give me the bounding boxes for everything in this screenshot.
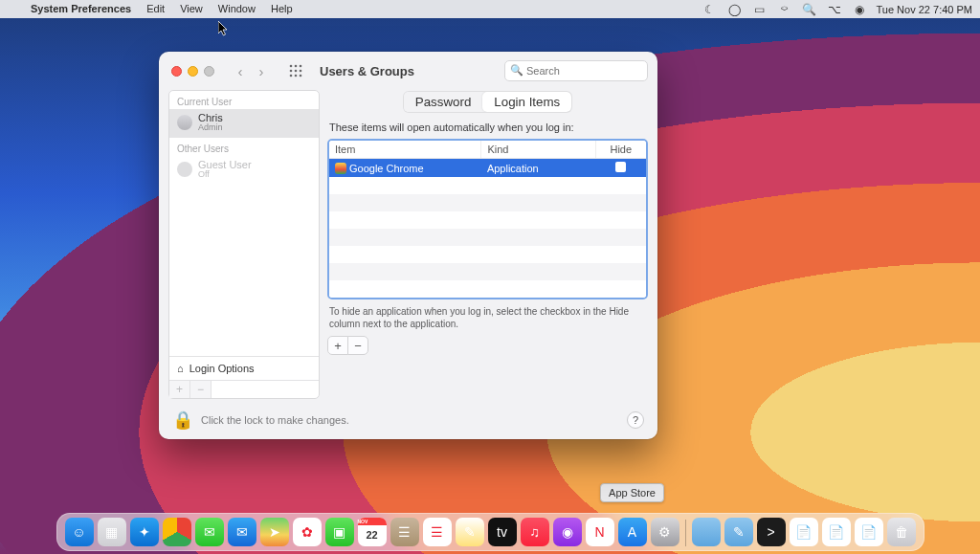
svg-point-6 [290, 75, 293, 78]
house-icon: ⌂ [177, 363, 184, 374]
forward-button[interactable]: › [251, 60, 272, 81]
preferences-window: ‹ › Users & Groups 🔍 Current User Chris … [159, 52, 657, 439]
app-menu[interactable]: System Preferences [23, 0, 139, 18]
dock-folder2[interactable]: ✎ [724, 518, 753, 546]
close-button[interactable] [171, 66, 182, 77]
dock-facetime[interactable]: ▣ [325, 518, 354, 546]
menu-edit[interactable]: Edit [139, 0, 172, 18]
menu-view[interactable]: View [172, 0, 211, 18]
search-input[interactable] [504, 60, 648, 81]
minimize-button[interactable] [188, 66, 198, 77]
avatar-icon [177, 162, 192, 177]
dock-launchpad[interactable]: ▦ [98, 518, 126, 546]
svg-point-1 [295, 65, 298, 68]
dock-trash[interactable]: 🗑 [887, 518, 916, 546]
dock-folder1[interactable] [692, 518, 721, 546]
dock-news[interactable]: N [586, 518, 614, 546]
dock-podcasts[interactable]: ◉ [553, 518, 582, 546]
dock-messages[interactable]: ✉ [195, 518, 224, 546]
svg-point-3 [290, 70, 293, 73]
menubar: System Preferences Edit View Window Help… [0, 0, 980, 18]
menu-window[interactable]: Window [211, 0, 263, 18]
item-name: Google Chrome [349, 163, 424, 174]
user-icon[interactable]: ◯ [727, 2, 743, 17]
window-title: Users & Groups [320, 64, 414, 78]
tab-segmented-control: Password Login Items [404, 92, 571, 112]
do-not-disturb-icon[interactable]: ☾ [702, 2, 718, 17]
spotlight-icon[interactable]: 🔍 [802, 2, 817, 17]
users-sidebar: Current User Chris Admin Other Users Gue… [168, 90, 320, 399]
svg-point-2 [300, 65, 302, 68]
dock-doc1[interactable]: 📄 [790, 518, 818, 546]
login-items-description: These items will open automatically when… [329, 122, 646, 133]
control-center-icon[interactable]: ⌥ [827, 2, 842, 17]
window-titlebar[interactable]: ‹ › Users & Groups 🔍 [159, 52, 657, 90]
avatar-icon [177, 115, 192, 130]
login-options[interactable]: ⌂ Login Options [169, 356, 319, 380]
item-kind: Application [481, 159, 595, 178]
dock-contacts[interactable]: ☰ [390, 518, 419, 546]
dock-mail[interactable]: ✉ [228, 518, 256, 546]
show-all-button[interactable] [285, 60, 306, 81]
svg-point-0 [290, 65, 293, 68]
help-button[interactable]: ? [627, 411, 644, 429]
svg-point-5 [300, 70, 302, 73]
user-role: Admin [198, 123, 223, 133]
dock-preferences[interactable]: ⚙ [651, 518, 679, 546]
wifi-icon[interactable]: ⌔ [777, 2, 792, 17]
dock: ☺▦✦✉✉➤✿▣NOV22☰☰✎tv♫◉NAApp Store⚙✎>📄📄📄🗑 [56, 513, 924, 551]
add-user-button[interactable]: + [169, 381, 190, 398]
tab-password[interactable]: Password [404, 92, 483, 112]
add-item-button[interactable]: + [327, 336, 348, 355]
dock-tv[interactable]: tv [488, 518, 517, 546]
search-icon: 🔍 [510, 64, 523, 77]
dock-notes[interactable]: ✎ [456, 518, 484, 546]
dock-doc3[interactable]: 📄 [855, 518, 883, 546]
hide-hint: To hide an application when you log in, … [329, 305, 646, 330]
remove-user-button[interactable]: − [190, 381, 212, 398]
zoom-button[interactable] [204, 66, 214, 77]
current-user-label: Current User [169, 91, 319, 109]
dock-separator [685, 520, 686, 546]
dock-terminal[interactable]: > [757, 518, 786, 546]
lock-text: Click the lock to make changes. [201, 414, 349, 426]
tab-login-items[interactable]: Login Items [482, 92, 571, 112]
traffic-lights [168, 66, 214, 77]
col-hide[interactable]: Hide [595, 141, 646, 159]
dock-appstore[interactable]: AApp Store [618, 518, 647, 546]
dock-music[interactable]: ♫ [521, 518, 549, 546]
login-options-label: Login Options [189, 363, 255, 374]
svg-point-8 [300, 75, 302, 78]
lock-icon[interactable]: 🔒 [172, 410, 193, 431]
login-items-table[interactable]: Item Kind Hide Google Chrome Application [327, 139, 648, 299]
hide-checkbox[interactable] [615, 162, 626, 172]
dock-finder[interactable]: ☺ [65, 518, 94, 546]
svg-point-7 [295, 75, 298, 78]
back-button[interactable]: ‹ [230, 60, 251, 81]
menu-help[interactable]: Help [263, 0, 301, 18]
svg-point-4 [295, 70, 298, 73]
table-row[interactable]: Google Chrome Application [329, 159, 646, 178]
dock-safari[interactable]: ✦ [130, 518, 159, 546]
main-panel: Password Login Items These items will op… [327, 90, 648, 399]
other-users-label: Other Users [169, 138, 319, 156]
col-kind[interactable]: Kind [481, 141, 595, 159]
dock-doc2[interactable]: 📄 [822, 518, 851, 546]
dock-reminders[interactable]: ☰ [423, 518, 452, 546]
user-role: Off [198, 170, 252, 180]
dock-tooltip: App Store [600, 483, 664, 502]
dock-photos[interactable]: ✿ [293, 518, 322, 546]
dock-maps[interactable]: ➤ [260, 518, 289, 546]
dock-chrome[interactable] [163, 518, 191, 546]
col-item[interactable]: Item [329, 141, 481, 159]
sidebar-user-guest[interactable]: Guest User Off [169, 156, 319, 185]
chrome-icon [335, 163, 346, 174]
menubar-datetime[interactable]: Tue Nov 22 7:40 PM [877, 4, 972, 15]
siri-icon[interactable]: ◉ [852, 2, 867, 17]
sidebar-user-current[interactable]: Chris Admin [169, 109, 319, 138]
remove-item-button[interactable]: − [347, 336, 368, 355]
display-icon[interactable]: ▭ [752, 2, 768, 17]
dock-calendar[interactable]: NOV22 [358, 518, 387, 546]
